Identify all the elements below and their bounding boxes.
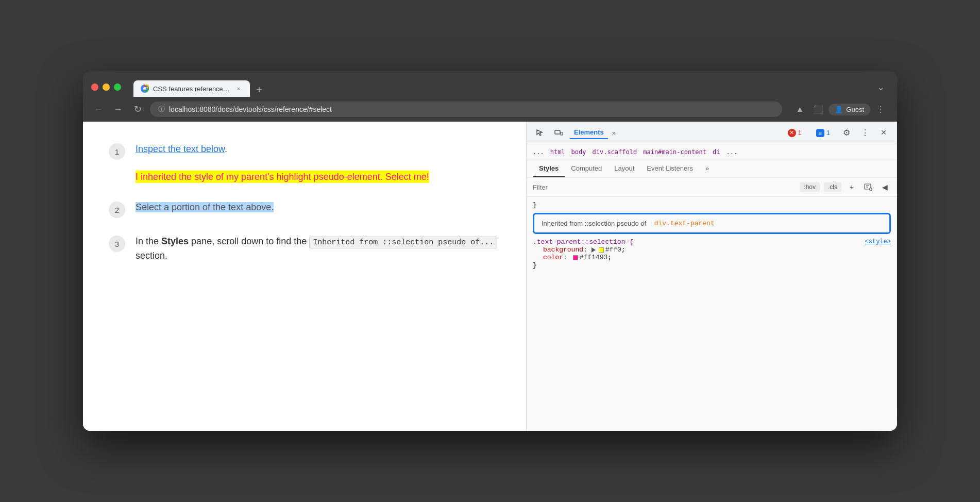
- tab-close-button[interactable]: ×: [234, 85, 243, 93]
- address-text: localhost:8080/docs/devtools/css/referen…: [169, 105, 332, 113]
- devtools-panel: Elements » ✕ 1 ≡ 1 ⚙ ⋮ ×: [526, 122, 897, 431]
- toggle-sidebar-icon[interactable]: ◀: [878, 181, 891, 193]
- tab-computed[interactable]: Computed: [565, 160, 608, 177]
- screenshot-icon[interactable]: ▲: [791, 101, 808, 118]
- css-rule: <style> .text-parent::selection { backgr…: [533, 238, 891, 269]
- color-swatch-bg[interactable]: [599, 247, 604, 253]
- css-prop-name-color[interactable]: color: [543, 254, 563, 261]
- error-badge[interactable]: ✕ 1: [783, 127, 807, 139]
- step-number-2: 2: [109, 202, 125, 218]
- inherited-prefix: Inherited from ::selection pseudo of: [542, 220, 646, 227]
- traffic-lights: [91, 83, 121, 91]
- css-prop-name-bg[interactable]: background: [543, 246, 583, 254]
- profile-button[interactable]: 👤 Guest: [829, 104, 870, 115]
- tabs-area: CSS features reference - Chro... × + ⌄: [133, 77, 889, 97]
- main-content: 1 Inspect the text below. I inherited th…: [83, 122, 897, 431]
- devtools-close-button[interactable]: ×: [876, 126, 891, 140]
- instruction-item-3: 3 In the Styles pane, scroll down to fin…: [109, 235, 500, 263]
- profile-label: Guest: [846, 106, 864, 113]
- closing-brace-top: }: [533, 201, 891, 209]
- inherited-banner: Inherited from ::selection pseudo of div…: [533, 213, 891, 234]
- profile-icon: 👤: [835, 106, 843, 113]
- css-rule-header: <style> .text-parent::selection {: [533, 238, 891, 246]
- breadcrumb-body[interactable]: body: [571, 148, 586, 156]
- filter-input[interactable]: [533, 183, 796, 191]
- css-rule-closing: }: [533, 261, 891, 269]
- breadcrumb-html[interactable]: html: [550, 148, 565, 156]
- text-after: section.: [136, 250, 167, 261]
- instruction-item-2: 2 Select a portion of the text above.: [109, 200, 500, 218]
- css-source[interactable]: <style>: [865, 238, 891, 245]
- devtools-toolbar: Elements » ✕ 1 ≡ 1 ⚙ ⋮ ×: [527, 122, 897, 144]
- browser-window: CSS features reference - Chro... × + ⌄ ←…: [83, 71, 897, 431]
- css-prop-background: background: #ff0;: [533, 246, 891, 254]
- tab-event-listeners[interactable]: Event Listeners: [640, 160, 699, 177]
- bold-styles: Styles: [161, 236, 189, 246]
- color-swatch-color[interactable]: [573, 255, 578, 260]
- hov-filter-badge[interactable]: :hov: [800, 182, 820, 192]
- tab-layout[interactable]: Layout: [608, 160, 640, 177]
- highlighted-text: I inherited the style of my parent's hig…: [136, 171, 429, 183]
- step-number-1: 1: [109, 143, 125, 160]
- inspect-link[interactable]: Inspect the text below: [136, 144, 225, 154]
- filter-bar: :hov .cls + ◀: [527, 178, 897, 197]
- cls-filter-badge[interactable]: .cls: [824, 182, 841, 192]
- error-x-icon: ✕: [788, 129, 796, 137]
- device-toggle-icon[interactable]: [551, 126, 566, 140]
- tab-more[interactable]: »: [699, 160, 715, 177]
- css-prop-value-color: #ff1493: [580, 254, 608, 261]
- breadcrumb-more[interactable]: ...: [726, 148, 737, 156]
- browser-tab[interactable]: CSS features reference - Chro... ×: [133, 80, 250, 97]
- more-button[interactable]: ⋮: [872, 101, 889, 118]
- elements-tab-label[interactable]: Elements: [570, 126, 608, 139]
- expand-triangle-icon[interactable]: [592, 247, 596, 253]
- address-bar: ← → ↻ ⓘ localhost:8080/docs/devtools/css…: [83, 97, 897, 122]
- breadcrumb-scaffold[interactable]: div.scaffold: [593, 148, 637, 156]
- tab-styles[interactable]: Styles: [533, 160, 565, 177]
- page-content: 1 Inspect the text below. I inherited th…: [83, 122, 526, 431]
- tab-overflow-button[interactable]: ⌄: [873, 77, 889, 97]
- info-badge[interactable]: ≡ 1: [811, 127, 835, 139]
- settings-icon[interactable]: ⚙: [839, 126, 854, 140]
- maximize-traffic-light[interactable]: [114, 83, 121, 91]
- selected-text: Select a portion of the text above.: [136, 202, 274, 212]
- text-middle: pane, scroll down to find the: [189, 236, 309, 246]
- error-count: 1: [798, 129, 802, 137]
- instruction-text-3: In the Styles pane, scroll down to find …: [136, 235, 500, 263]
- css-prop-value-bg: #ff0: [605, 246, 621, 254]
- address-field[interactable]: ⓘ localhost:8080/docs/devtools/css/refer…: [150, 102, 782, 117]
- tools-more[interactable]: »: [612, 129, 616, 137]
- reload-button[interactable]: ↻: [130, 102, 145, 116]
- lock-icon: ⓘ: [158, 105, 165, 114]
- styles-content: } Inherited from ::selection pseudo of d…: [527, 197, 897, 431]
- new-style-rule-icon[interactable]: [862, 181, 874, 193]
- css-prop-color: color: #ff1493;: [533, 254, 891, 261]
- text-before-bold: In the: [136, 236, 161, 246]
- devtools-more-icon[interactable]: ⋮: [858, 126, 872, 140]
- css-selector: .text-parent::selection {: [533, 238, 633, 246]
- toolbar-icons: ▲ ⬛ 👤 Guest ⋮: [791, 101, 889, 118]
- forward-button[interactable]: →: [111, 102, 125, 116]
- breadcrumb-di[interactable]: di: [713, 148, 720, 156]
- close-traffic-light[interactable]: [91, 83, 98, 91]
- split-screen-icon[interactable]: ⬛: [810, 101, 826, 118]
- svg-rect-2: [555, 130, 560, 134]
- breadcrumb-dots[interactable]: ...: [533, 148, 544, 156]
- styles-tabs: Styles Computed Layout Event Listeners »: [527, 160, 897, 178]
- code-snippet: Inherited from ::selection pseudo of...: [309, 237, 497, 248]
- breadcrumb-bar: ... html body div.scaffold main#main-con…: [527, 144, 897, 160]
- add-style-rule-icon[interactable]: +: [846, 181, 858, 193]
- instruction-item-1: 1 Inspect the text below. I inherited th…: [109, 142, 500, 184]
- svg-rect-3: [561, 132, 563, 135]
- tab-title: CSS features reference - Chro...: [153, 85, 230, 93]
- inherited-element-ref[interactable]: div.text-parent: [654, 220, 715, 227]
- instruction-text-1: Inspect the text below. I inherited the …: [136, 142, 429, 184]
- minimize-traffic-light[interactable]: [103, 83, 110, 91]
- tab-favicon: [141, 85, 149, 93]
- back-button[interactable]: ←: [91, 102, 106, 116]
- breadcrumb-main[interactable]: main#main-content: [643, 148, 706, 156]
- info-icon: ≡: [816, 129, 824, 137]
- new-tab-button[interactable]: +: [252, 82, 266, 97]
- titlebar: CSS features reference - Chro... × + ⌄: [83, 71, 897, 97]
- element-picker-icon[interactable]: [533, 126, 547, 140]
